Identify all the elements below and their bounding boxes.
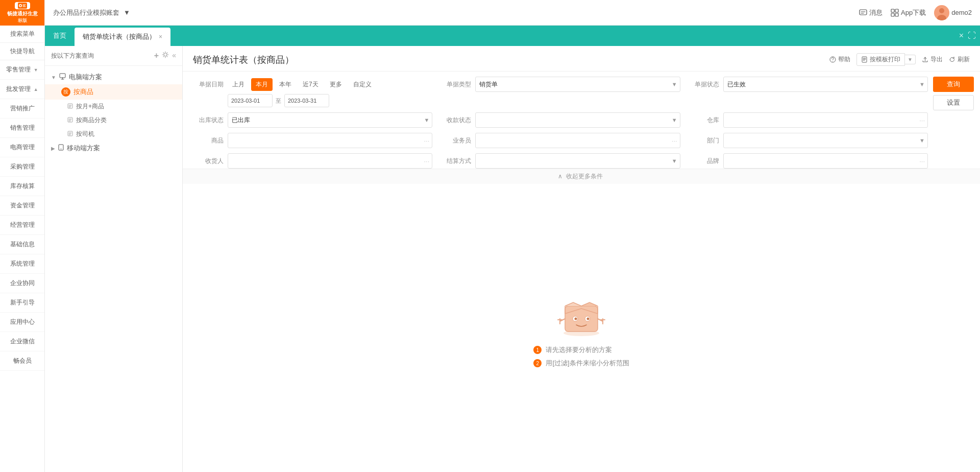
- sidebar-item-cooperation[interactable]: 企业协同: [0, 274, 44, 293]
- sidebar-item-finance[interactable]: 资金管理: [0, 196, 44, 216]
- brand-label: 品牌: [689, 157, 723, 166]
- date-tab-7days[interactable]: 近7天: [298, 78, 323, 91]
- search-menu-item[interactable]: 搜索菜单: [0, 26, 44, 43]
- recv-status-input[interactable]: [475, 112, 680, 128]
- settle-filter-cell: 结算方式 ▼: [440, 153, 680, 169]
- sidebar-item-wholesale[interactable]: 批发管理 ▲: [0, 80, 44, 99]
- sidebar-item-inventory[interactable]: 库存核算: [0, 177, 44, 196]
- refresh-btn[interactable]: 刷新: [949, 55, 970, 64]
- top-header: 办公用品行业模拟账套 ▼ 消息 App下载: [45, 0, 980, 26]
- print-template-btn[interactable]: 按模板打印: [856, 53, 905, 66]
- wholesale-arrow: ▲: [34, 87, 38, 92]
- tab-maximize-btn[interactable]: ⛶: [968, 31, 976, 40]
- scheme-item-by-month-goods[interactable]: 按月+商品: [45, 100, 182, 113]
- export-btn[interactable]: 导出: [922, 55, 943, 64]
- filter-section: 单据日期 上月 本月 本年 近7天 更多 自定义: [183, 72, 980, 184]
- date-from-input[interactable]: [228, 94, 273, 107]
- receiver-input[interactable]: [228, 153, 432, 169]
- sidebar-item-purchase[interactable]: 采购管理: [0, 157, 44, 177]
- add-scheme-icon[interactable]: +: [154, 51, 159, 60]
- scheme-label: 按以下方案查询: [51, 52, 94, 60]
- tab-home-label: 首页: [53, 31, 66, 40]
- filter-row-2: 出库状态 已出库 ▼ 收款状态: [193, 112, 928, 128]
- collapse-panel-icon[interactable]: «: [172, 51, 176, 60]
- message-btn[interactable]: 消息: [859, 8, 883, 17]
- sidebar-item-marketing[interactable]: 营销推广: [0, 99, 44, 119]
- retail-arrow: ▼: [34, 67, 38, 73]
- print-dropdown-btn[interactable]: ▼: [905, 55, 916, 64]
- print-icon: [861, 56, 868, 63]
- settle-label: 结算方式: [440, 157, 475, 166]
- sidebar-item-basics[interactable]: 基础信息: [0, 235, 44, 254]
- svg-rect-4: [891, 9, 894, 12]
- sidebar: 畅捷通好生意 标版 搜索菜单 快捷导航 零售管理 ▼ 批发管理 ▲ 营销推广 销…: [0, 0, 45, 472]
- collapse-icon: ∧: [558, 173, 562, 180]
- warehouse-dots[interactable]: ···: [919, 116, 925, 124]
- salesman-input[interactable]: [475, 133, 680, 148]
- empty-illustration: [551, 288, 612, 339]
- receiver-dots[interactable]: ···: [424, 157, 429, 165]
- app-download-btn[interactable]: App下载: [891, 8, 926, 17]
- svg-rect-22: [565, 306, 598, 332]
- user-profile-btn[interactable]: demo2: [934, 5, 972, 20]
- goods-input[interactable]: [228, 133, 432, 148]
- workspace-selector[interactable]: 办公用品行业模拟账套 ▼: [53, 8, 130, 17]
- goods-dots[interactable]: ···: [424, 137, 429, 145]
- salesman-dots[interactable]: ···: [672, 137, 677, 145]
- help-btn[interactable]: 帮助: [829, 55, 850, 64]
- settings-scheme-icon[interactable]: [162, 51, 169, 60]
- svg-rect-16: [59, 145, 63, 150]
- sidebar-item-sales[interactable]: 销售管理: [0, 119, 44, 138]
- tab-active[interactable]: 销货单统计表（按商品） ×: [75, 28, 170, 46]
- date-tab-last-month[interactable]: 上月: [228, 78, 249, 91]
- mobile-section-header[interactable]: ▶ 移动端方案: [45, 141, 182, 155]
- settings-button[interactable]: 设置: [933, 95, 974, 110]
- recv-status-filter-cell: 收款状态 ▼: [440, 112, 680, 128]
- sidebar-item-operations[interactable]: 经营管理: [0, 216, 44, 235]
- scheme-item-by-driver[interactable]: 按司机: [45, 127, 182, 141]
- date-to-input[interactable]: [284, 94, 329, 107]
- desktop-section-header[interactable]: ▼ 电脑端方案: [45, 70, 182, 84]
- receiver-control: ···: [228, 153, 432, 169]
- date-tab-this-month[interactable]: 本月: [251, 78, 273, 91]
- sidebar-item-guide[interactable]: 新手引导: [0, 293, 44, 313]
- scheme-item-by-category[interactable]: 按商品分类: [45, 113, 182, 127]
- scheme-item-by-driver-label: 按司机: [76, 130, 94, 138]
- brand-dots[interactable]: ···: [919, 157, 925, 165]
- refresh-icon: [949, 56, 955, 63]
- out-status-control: 已出库 ▼: [228, 112, 432, 128]
- tab-close-btn[interactable]: ×: [959, 31, 964, 40]
- date-tab-more[interactable]: 更多: [325, 78, 347, 91]
- doc-type-input[interactable]: [475, 77, 680, 92]
- query-button[interactable]: 查询: [933, 77, 974, 92]
- tab-active-label: 销货单统计表（按商品）: [83, 32, 156, 41]
- sidebar-item-member[interactable]: 畅会员: [0, 351, 44, 371]
- doc-status-input[interactable]: [723, 77, 928, 92]
- date-tab-custom[interactable]: 自定义: [349, 78, 376, 91]
- collapse-bar[interactable]: ∧ 收起更多条件: [183, 169, 980, 184]
- sidebar-item-retail[interactable]: 零售管理 ▼: [0, 60, 44, 80]
- scheme-item-by-goods[interactable]: 按 按商品: [45, 84, 182, 100]
- svg-point-17: [61, 149, 62, 150]
- tab-home[interactable]: 首页: [45, 26, 75, 46]
- tab-close-icon[interactable]: ×: [159, 33, 162, 40]
- dept-input[interactable]: [723, 133, 928, 148]
- filter-top-row: 单据日期 上月 本月 本年 近7天 更多 自定义: [183, 72, 980, 169]
- sidebar-item-wechat[interactable]: 企业微信: [0, 332, 44, 351]
- page-title-actions: 帮助 按模板打印 ▼ 导出 刷新: [829, 53, 970, 66]
- date-separator: 至: [276, 97, 281, 105]
- sidebar-item-ecommerce[interactable]: 电商管理: [0, 138, 44, 157]
- warehouse-input[interactable]: [723, 112, 928, 128]
- brand-filter-cell: 品牌 ···: [689, 153, 928, 169]
- sidebar-item-apps[interactable]: 应用中心: [0, 313, 44, 332]
- brand-input[interactable]: [723, 153, 928, 169]
- out-status-input[interactable]: [228, 112, 432, 128]
- left-panel: 按以下方案查询 + « ▼ 电脑端方案: [45, 46, 183, 472]
- quick-nav-item[interactable]: 快捷导航: [0, 43, 44, 60]
- app-download-label: App下载: [901, 8, 926, 17]
- sidebar-item-system[interactable]: 系统管理: [0, 254, 44, 274]
- salesman-filter-cell: 业务员 ···: [440, 133, 680, 148]
- date-tab-this-year[interactable]: 本年: [275, 78, 296, 91]
- svg-rect-12: [60, 74, 65, 78]
- settle-input[interactable]: [475, 153, 680, 169]
